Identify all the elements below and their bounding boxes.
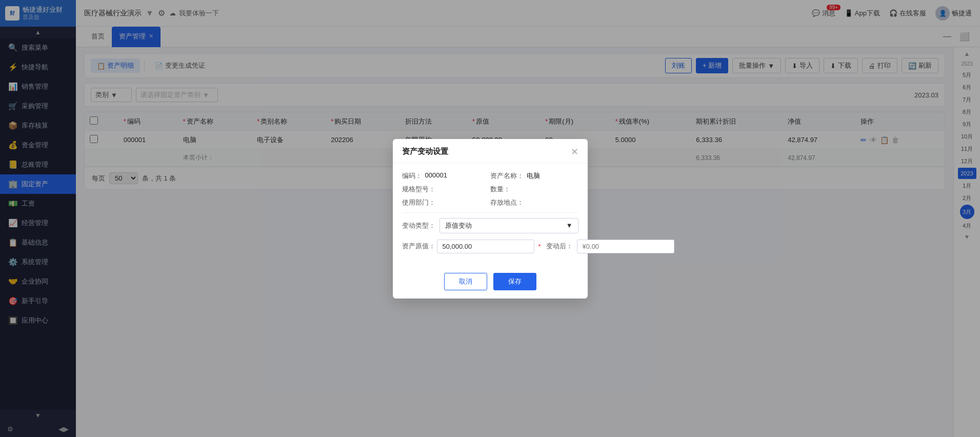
- dialog-title: 资产变动设置: [402, 147, 448, 156]
- dialog-name-label: 资产名称：: [490, 171, 524, 181]
- dialog-info-row-1: 编码： 000001 资产名称： 电脑: [402, 171, 578, 181]
- dialog-body: 编码： 000001 资产名称： 电脑 规格型号： 数量：: [393, 163, 588, 268]
- dialog-qty-label: 数量：: [490, 185, 510, 194]
- change-type-val: 原值变动: [445, 221, 472, 230]
- required-mark: *: [538, 243, 541, 250]
- asset-change-dialog: 资产变动设置 ✕ 编码： 000001 资产名称： 电脑 规格型号：: [393, 139, 588, 299]
- dialog-info-row-2: 规格型号： 数量：: [402, 185, 578, 194]
- dialog-footer: 取消 保存: [393, 268, 588, 299]
- dialog-location-label: 存放地点：: [490, 198, 524, 207]
- dropdown-icon: ▼: [566, 222, 573, 229]
- dialog-value-row: 资产原值： * 变动后：: [402, 240, 578, 253]
- dialog-code-col: 编码： 000001: [402, 171, 490, 181]
- dialog-dept-col: 使用部门：: [402, 198, 490, 207]
- save-button[interactable]: 保存: [493, 273, 536, 290]
- dialog-original-label: 资产原值：: [402, 242, 433, 251]
- dialog-code-val: 000001: [425, 171, 447, 181]
- dialog-name-val: 电脑: [527, 171, 540, 181]
- dialog-change-type-row: 变动类型： 原值变动 ▼: [402, 218, 578, 233]
- cancel-button[interactable]: 取消: [444, 273, 487, 290]
- dialog-close-icon[interactable]: ✕: [571, 146, 578, 157]
- dialog-code-label: 编码：: [402, 171, 422, 181]
- after-value-input[interactable]: [577, 240, 674, 253]
- dialog-dept-label: 使用部门：: [402, 198, 435, 207]
- dialog-location-col: 存放地点：: [490, 198, 578, 207]
- dialog-info-row-3: 使用部门： 存放地点：: [402, 198, 578, 207]
- dialog-change-type-label: 变动类型：: [402, 221, 435, 230]
- original-value-input[interactable]: [437, 240, 534, 253]
- dialog-divider: [402, 212, 578, 213]
- modal-overlay: 资产变动设置 ✕ 编码： 000001 资产名称： 电脑 规格型号：: [0, 0, 980, 437]
- dialog-spec-col: 规格型号：: [402, 185, 490, 194]
- dialog-name-col: 资产名称： 电脑: [490, 171, 578, 181]
- dialog-header: 资产变动设置 ✕: [393, 139, 588, 163]
- dialog-spec-label: 规格型号：: [402, 185, 435, 194]
- after-label: 变动后：: [546, 242, 573, 251]
- dialog-qty-col: 数量：: [490, 185, 578, 194]
- change-type-select[interactable]: 原值变动 ▼: [439, 218, 578, 233]
